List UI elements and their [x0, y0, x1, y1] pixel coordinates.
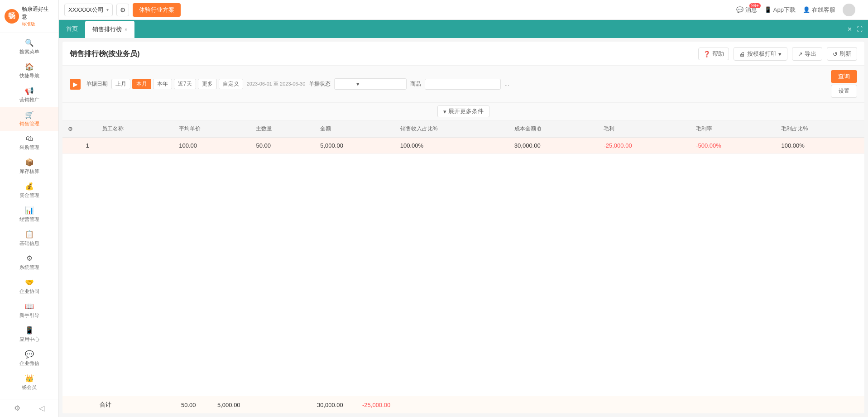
sidebar-label-finance: 资金管理 — [19, 192, 39, 199]
sidebar-item-appcenter[interactable]: 📱 应用中心 — [0, 322, 58, 346]
wechat-icon: 💬 — [25, 350, 34, 359]
expand-conditions-button[interactable]: ▾ 展开更多条件 — [437, 105, 489, 117]
message-button[interactable]: 💬 99+ 消息 — [736, 6, 757, 14]
cell-profit: -25,000.00 — [598, 138, 691, 154]
help-button[interactable]: ❓ 帮助 — [698, 48, 729, 60]
appcenter-icon: 📱 — [25, 326, 34, 335]
query-button[interactable]: 查询 — [831, 70, 857, 83]
date-last-month-btn[interactable]: 上月 — [111, 79, 130, 89]
sidebar-menu: 🔍 搜索菜单 🏠 快捷导航 📢 营销推广 🛒 销售管理 🛍 采购管理 📦 库存核… — [0, 33, 58, 399]
sidebar-label-inventory: 库存核算 — [19, 168, 39, 175]
sidebar-item-marketing[interactable]: 📢 营销推广 — [0, 83, 58, 107]
export-button[interactable]: ↗ 导出 — [792, 47, 822, 61]
sidebar-item-guide[interactable]: 📖 新手引导 — [0, 298, 58, 322]
print-chevron-icon: ▾ — [778, 51, 782, 58]
sidebar-collapse-icon[interactable]: ◁ — [39, 404, 44, 412]
date-last7-btn[interactable]: 近7天 — [174, 79, 196, 89]
footer-main-qty: 50.00 — [181, 402, 196, 408]
refresh-label: 刷新 — [839, 50, 851, 58]
sidebar-item-basics[interactable]: 📋 基础信息 — [0, 226, 58, 250]
page-actions: ❓ 帮助 🖨 按模板打印 ▾ ↗ 导出 ↺ 刷新 — [698, 47, 857, 61]
cell-profit-rate: -500.00% — [691, 138, 776, 154]
message-badge: 99+ — [749, 3, 761, 8]
avatar[interactable] — [843, 4, 855, 16]
cell-avg-price: 100.00 — [173, 138, 250, 154]
sidebar-label-wechat: 企业微信 — [19, 360, 39, 367]
print-button[interactable]: 🖨 按模板打印 ▾ — [734, 47, 787, 61]
collab-icon: 🤝 — [25, 278, 34, 287]
search-icon: 🔍 — [25, 38, 34, 47]
sidebar-settings-icon[interactable]: ⚙ — [14, 404, 20, 412]
date-custom-btn[interactable]: 自定义 — [219, 79, 243, 89]
sidebar-item-purchase[interactable]: 🛍 采购管理 — [0, 131, 58, 154]
purchase-icon: 🛍 — [26, 134, 33, 143]
sidebar-item-search[interactable]: 🔍 搜索菜单 — [0, 35, 58, 59]
trial-button[interactable]: 体验行业方案 — [133, 3, 181, 17]
footer-profit: -25,000.00 — [362, 402, 390, 408]
app-download-button[interactable]: 📱 App下载 — [764, 6, 796, 14]
cell-profit-pct: 100.00% — [776, 138, 864, 154]
data-table: ⚙ 员工名称 平均单价 主数量 全额 销售收入占比% 成本全额 i 毛利 毛利率… — [62, 120, 864, 154]
col-settings[interactable]: ⚙ — [62, 120, 78, 138]
message-icon: 💬 — [736, 6, 743, 13]
cell-cost-amount: 30,000.00 — [509, 138, 599, 154]
more-conditions-btn[interactable]: ... — [504, 81, 509, 87]
finance-icon: 💰 — [25, 182, 34, 191]
sidebar-item-member[interactable]: 👑 畅会员 — [0, 370, 58, 394]
window-expand-icon[interactable]: ⛶ — [857, 26, 863, 33]
download-icon: 📱 — [764, 6, 772, 13]
sidebar-item-quicknav[interactable]: 🏠 快捷导航 — [0, 59, 58, 83]
settings-gear-button[interactable]: ⚙ — [116, 4, 129, 16]
header-right: 💬 99+ 消息 📱 App下载 👤 在线客服 — [736, 4, 863, 16]
company-name: XXXXXX公司 — [68, 6, 104, 14]
date-this-year-btn[interactable]: 本年 — [153, 79, 172, 89]
sidebar-item-system[interactable]: ⚙ 系统管理 — [0, 250, 58, 274]
col-avg-price: 平均单价 — [173, 120, 250, 138]
online-service-label: 在线客服 — [812, 6, 835, 14]
cell-settings — [62, 138, 78, 154]
table-container: ⚙ 员工名称 平均单价 主数量 全额 销售收入占比% 成本全额 i 毛利 毛利率… — [62, 120, 864, 396]
home-icon: 🏠 — [25, 62, 34, 71]
management-icon: 📊 — [25, 206, 34, 215]
sidebar-item-sales[interactable]: 🛒 销售管理 — [0, 107, 58, 131]
app-download-label: App下载 — [773, 6, 796, 14]
col-profit: 毛利 — [598, 120, 691, 138]
company-selector[interactable]: XXXXXX公司 ▾ — [64, 4, 113, 16]
filter-bar: ▶ 单据日期 上月 本月 本年 近7天 更多 自定义 2023-06-01 至 … — [62, 66, 864, 103]
filter-expand-button[interactable]: ▶ — [70, 79, 81, 90]
online-service-button[interactable]: 👤 在线客服 — [803, 6, 835, 14]
date-group: 上月 本月 本年 近7天 更多 自定义 — [111, 79, 243, 89]
date-this-month-btn[interactable]: 本月 — [132, 79, 151, 89]
cell-main-qty: 50.00 — [250, 138, 315, 154]
filter-right-buttons: 查询 设置 — [831, 70, 857, 98]
cell-rank: 1 — [78, 138, 96, 154]
col-cost-amount: 成本全额 i — [509, 120, 599, 138]
sidebar-item-inventory[interactable]: 📦 库存核算 — [0, 154, 58, 178]
tab-home[interactable]: 首页 — [59, 20, 85, 38]
col-name: 员工名称 — [96, 120, 173, 138]
logo-icon: 畅 — [5, 9, 19, 24]
sidebar-item-management[interactable]: 📊 经营管理 — [0, 202, 58, 226]
date-range-text: 2023-06-01 至 2023-06-30 — [247, 81, 306, 87]
sidebar-item-collab[interactable]: 🤝 企业协同 — [0, 274, 58, 298]
sidebar-item-finance[interactable]: 💰 资金管理 — [0, 178, 58, 202]
settings-button[interactable]: 设置 — [831, 85, 857, 98]
col-profit-pct: 毛利占比% — [776, 120, 864, 138]
sidebar-item-wechat[interactable]: 💬 企业微信 — [0, 346, 58, 370]
tab-close-icon[interactable]: × — [125, 27, 127, 32]
sales-icon: 🛒 — [25, 110, 34, 119]
window-close-icon[interactable]: ✕ — [847, 26, 852, 33]
sidebar-label-system: 系统管理 — [19, 264, 39, 271]
tab-sales-ranking[interactable]: 销售排行榜 × — [85, 21, 134, 38]
col-profit-rate: 毛利率 — [691, 120, 776, 138]
status-label: 单据状态 — [309, 80, 331, 88]
guide-icon: 📖 — [25, 302, 34, 311]
refresh-button[interactable]: ↺ 刷新 — [827, 47, 857, 61]
date-more-btn[interactable]: 更多 — [198, 79, 217, 89]
sidebar-label-purchase: 采购管理 — [19, 144, 39, 151]
page-container: 销售排行榜(按业务员) ❓ 帮助 🖨 按模板打印 ▾ ↗ 导出 — [62, 42, 864, 413]
sidebar-footer: ⚙ ◁ — [0, 399, 58, 417]
help-icon: ❓ — [703, 51, 710, 58]
goods-input[interactable] — [425, 79, 501, 90]
status-select[interactable]: ▾ — [334, 78, 407, 90]
